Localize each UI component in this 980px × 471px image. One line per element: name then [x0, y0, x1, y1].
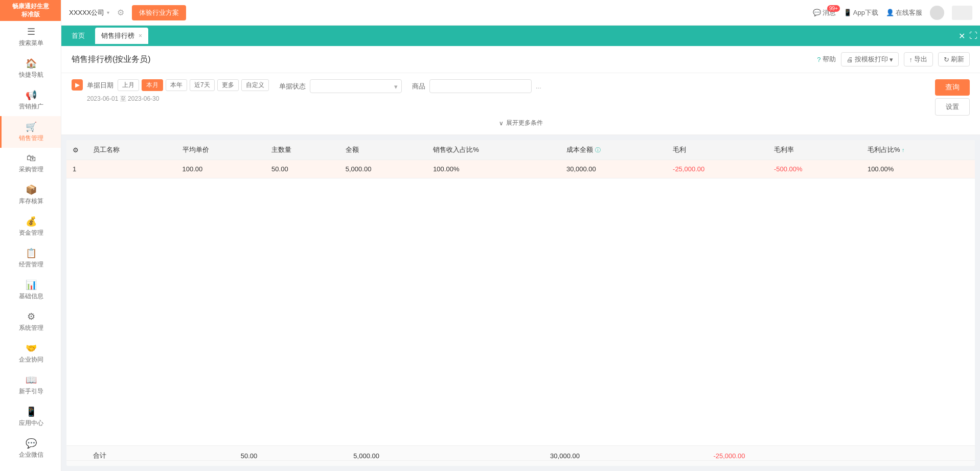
- data-table-wrap: ⚙ 员工名称 平均单价 主数量 全额 销售收入占比% 成本全额 ⓘ 毛利 毛利率…: [66, 140, 975, 466]
- service-icon: 👤: [886, 9, 894, 16]
- cell-amount: 5,000.00: [339, 160, 427, 178]
- page-header: 销售排行榜(按业务员) ? 帮助 🖨 按模板打印 ▾ ↑ 导出 ↻ 刷新: [61, 46, 980, 73]
- company-name: XXXXX公司: [69, 8, 104, 17]
- help-icon: ?: [817, 56, 821, 63]
- footer-avg: [187, 451, 235, 461]
- footer-main-qty: 50.00: [235, 451, 348, 461]
- message-icon: 💬: [813, 9, 821, 16]
- sidebar-item-app[interactable]: 📱 应用中心: [0, 401, 61, 433]
- sidebar-item-basic[interactable]: 📊 基础信息: [0, 274, 61, 306]
- sidebar-item-marketing[interactable]: 📢 营销推广: [0, 84, 61, 116]
- date-7days-btn[interactable]: 近7天: [190, 79, 215, 91]
- col-profit-rate: 毛利率: [768, 140, 861, 160]
- trial-button[interactable]: 体验行业方案: [132, 5, 186, 20]
- print-button[interactable]: 🖨 按模板打印 ▾: [841, 52, 899, 66]
- app-icon: 📱: [26, 406, 37, 417]
- filter-main-row: ▶ 单据日期 上月 本月 本年 近7天 更多 自定义: [72, 79, 970, 116]
- status-select-wrap: [310, 79, 402, 93]
- cell-main-qty: 50.00: [265, 160, 339, 178]
- app-logo: 畅康通好生意 标准版: [0, 0, 61, 21]
- settings-button[interactable]: 设置: [935, 98, 970, 116]
- sidebar-item-member[interactable]: V 畅会员: [0, 464, 61, 471]
- tab-home[interactable]: 首页: [64, 26, 93, 46]
- tab-sales-ranking[interactable]: 销售排行榜 ×: [95, 28, 148, 44]
- cell-profit-rate: -500.00%: [768, 160, 861, 178]
- status-select[interactable]: [310, 79, 402, 93]
- sidebar-item-nav[interactable]: 🏠 快捷导航: [0, 53, 61, 84]
- footer-profit: -25,000.00: [707, 451, 879, 461]
- footer-row: 合计 50.00 5,000.00 30,000.00 -25,000.00: [66, 451, 975, 461]
- message-button[interactable]: 💬 消息 99+: [813, 8, 836, 17]
- col-settings[interactable]: ⚙: [66, 140, 87, 160]
- filter-area: ▶ 单据日期 上月 本月 本年 近7天 更多 自定义: [61, 73, 980, 135]
- sidebar-item-finance[interactable]: 💰 资金管理: [0, 211, 61, 242]
- sidebar-item-inventory[interactable]: 📦 库存核算: [0, 179, 61, 211]
- cell-profit-pct: 100.00%: [861, 160, 975, 178]
- message-badge: 99+: [827, 5, 840, 12]
- tab-maximize-icon[interactable]: ⛶: [969, 31, 977, 41]
- date-filter-section: 单据日期 上月 本月 本年 近7天 更多 自定义 2023-06-01 至 20…: [87, 79, 269, 103]
- sidebar-item-purchase[interactable]: 🛍 采购管理: [0, 148, 61, 179]
- sidebar-item-wechat[interactable]: 💬 企业微信: [0, 433, 61, 464]
- company-selector[interactable]: XXXXX公司 ▾: [69, 8, 109, 17]
- expand-more-btn[interactable]: ∨ 展开更多条件: [72, 116, 970, 128]
- settings-gear-icon[interactable]: ⚙: [117, 8, 124, 17]
- sidebar-item-system[interactable]: ⚙ 系统管理: [0, 306, 61, 338]
- filter-arrow-btn[interactable]: ▶: [72, 79, 83, 91]
- marketing-icon: 📢: [26, 89, 37, 101]
- query-button[interactable]: 查询: [935, 79, 970, 96]
- footer-profit-pct: [927, 451, 975, 461]
- purchase-icon: 🛍: [27, 153, 36, 164]
- footer-cost-amount: 30,000.00: [544, 451, 707, 461]
- cell-cost-amount: 30,000.00: [560, 160, 667, 178]
- tab-close-window-icon[interactable]: ✕: [959, 31, 965, 41]
- help-button[interactable]: ? 帮助: [817, 55, 835, 64]
- basic-icon: 📊: [26, 279, 37, 290]
- col-cost-amount: 成本全额 ⓘ: [560, 140, 667, 160]
- goods-filter-input[interactable]: [429, 79, 532, 93]
- print-dropdown-icon: ▾: [890, 56, 893, 63]
- date-this-month-btn[interactable]: 本月: [142, 79, 163, 91]
- col-sales-pct: 销售收入占比%: [427, 140, 560, 160]
- refresh-button[interactable]: ↻ 刷新: [938, 52, 970, 66]
- finance-icon: 💰: [26, 216, 37, 227]
- sidebar-item-operation[interactable]: 📋 经营管理: [0, 242, 61, 274]
- export-button[interactable]: ↑ 导出: [904, 52, 933, 66]
- date-prev-month-btn[interactable]: 上月: [118, 79, 139, 91]
- expand-down-icon: ∨: [499, 120, 504, 127]
- status-filter-label: 单据状态: [279, 82, 306, 91]
- date-filter-label: 单据日期: [87, 81, 113, 90]
- date-range-display: 2023-06-01 至 2023-06-30: [87, 95, 269, 103]
- tab-close-icon[interactable]: ×: [139, 32, 142, 39]
- system-icon: ⚙: [27, 311, 35, 322]
- guide-icon: 📖: [26, 374, 37, 386]
- content-area: 销售排行榜(按业务员) ? 帮助 🖨 按模板打印 ▾ ↑ 导出 ↻ 刷新: [61, 46, 980, 471]
- app-download-button[interactable]: 📱 App下载: [844, 8, 878, 17]
- sidebar-item-guide[interactable]: 📖 新手引导: [0, 369, 61, 401]
- footer-total-label: 合计: [87, 451, 187, 461]
- user-avatar[interactable]: [930, 6, 944, 20]
- footer-empty1: [66, 451, 87, 461]
- date-buttons: 上月 本月 本年 近7天 更多 自定义: [118, 79, 269, 91]
- table-scroll-area[interactable]: ⚙ 员工名称 平均单价 主数量 全额 销售收入占比% 成本全额 ⓘ 毛利 毛利率…: [66, 140, 975, 445]
- sidebar: 畅康通好生意 标准版 ☰ 搜索菜单 🏠 快捷导航 📢 营销推广 🛒 销售管理 🛍…: [0, 0, 61, 471]
- main-area: XXXXX公司 ▾ ⚙ 体验行业方案 💬 消息 99+ 📱 App下载 👤 在线…: [61, 0, 980, 471]
- wechat-icon: 💬: [26, 438, 37, 449]
- refresh-icon: ↻: [944, 56, 949, 63]
- date-this-year-btn[interactable]: 本年: [166, 79, 187, 91]
- date-custom-btn[interactable]: 自定义: [241, 79, 269, 91]
- sidebar-item-search[interactable]: ☰ 搜索菜单: [0, 21, 61, 53]
- online-service-button[interactable]: 👤 在线客服: [886, 8, 922, 17]
- sidebar-item-collab[interactable]: 🤝 企业协同: [0, 338, 61, 369]
- user-name-area: [952, 6, 972, 20]
- cell-rank: 1: [66, 160, 87, 178]
- download-icon: 📱: [844, 9, 852, 16]
- date-more-btn[interactable]: 更多: [217, 79, 239, 91]
- col-amount: 全额: [339, 140, 427, 160]
- goods-filter-label: 商品: [412, 82, 425, 91]
- tab-controls: ✕ ⛶: [959, 31, 977, 41]
- cell-profit: -25,000.00: [667, 160, 768, 178]
- page-title: 销售排行榜(按业务员): [72, 54, 151, 71]
- sidebar-item-sales[interactable]: 🛒 销售管理: [0, 116, 61, 148]
- goods-more-icon[interactable]: ...: [536, 82, 541, 90]
